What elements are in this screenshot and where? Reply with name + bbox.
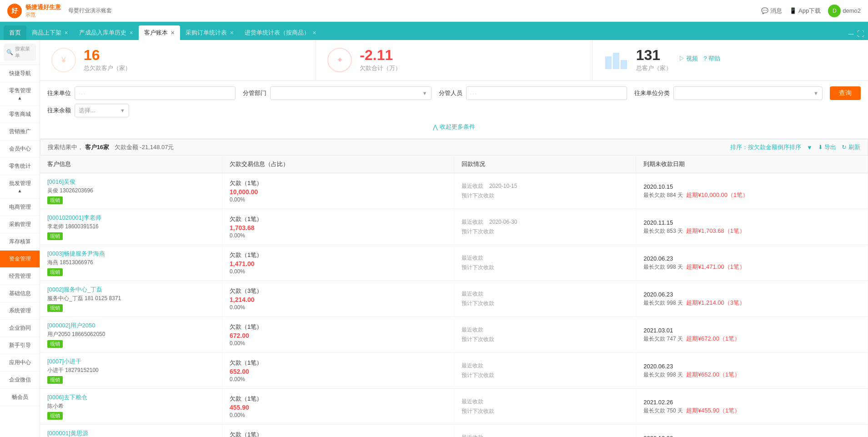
sidebar-item-retail-mgmt[interactable]: 零售管理 ▲ xyxy=(0,82,40,106)
recent-label-7: 最近收款 xyxy=(462,434,629,437)
overdue-link-5[interactable]: 超期¥652.00（1笔） xyxy=(686,371,740,378)
cell-repayment-6: 最近收款 预计下次收款 xyxy=(454,389,636,425)
sidebar-item-ops-mgmt[interactable]: 经营管理 xyxy=(0,268,40,285)
person-input[interactable]: ··· xyxy=(466,86,627,100)
overdue-days-2: 最长欠款 998 天 xyxy=(643,264,684,270)
tab-expand-btn[interactable]: ⛶ xyxy=(857,30,864,38)
overdue-days-6: 最长欠款 750 天 xyxy=(643,407,684,414)
overdue-link-4[interactable]: 超期¥672.00（1笔） xyxy=(686,335,740,342)
sidebar-item-quick-nav[interactable]: 快捷导航 xyxy=(0,65,40,82)
sidebar-item-member-center[interactable]: 会员中心 xyxy=(0,141,40,158)
sidebar-item-enterprise-wechat[interactable]: 企业微信 xyxy=(0,372,40,389)
sidebar-item-new-guide[interactable]: 新手引导 xyxy=(0,337,40,354)
stat-info-customers: 16 总欠款客户（家） xyxy=(84,48,131,72)
customer-name-link-4[interactable]: [000002]用户2050 xyxy=(47,321,215,330)
customer-name-link-1[interactable]: [0001020001]李老师 xyxy=(47,214,215,222)
customer-name-link-5[interactable]: [0007]小进干 xyxy=(47,357,215,366)
debt-percent-4: 0.00% xyxy=(230,340,447,347)
sidebar-item-retail-mall[interactable]: 零售商城 xyxy=(0,106,40,123)
user-area[interactable]: D demo2 xyxy=(828,5,861,17)
debt-amount-5[interactable]: 652.00 xyxy=(230,368,447,375)
sidebar-item-basic-info[interactable]: 基础信息 xyxy=(0,285,40,302)
export-btn[interactable]: ⬇ 导出 xyxy=(818,143,837,151)
overdue-link-0[interactable]: 超期¥10,000.00（1笔） xyxy=(686,191,748,198)
message-btn[interactable]: 💬 消息 xyxy=(761,7,782,15)
filter-dept: 分管部门 ▼ xyxy=(243,86,431,100)
from-unit-label: 往来单位 xyxy=(47,89,71,97)
tab-close-customer[interactable]: ✕ xyxy=(171,30,175,36)
cell-repayment-3: 最近收款 预计下次收款 xyxy=(454,281,636,317)
stat-icon-debt: ✦ xyxy=(327,47,352,73)
unit-category-select[interactable]: ▼ xyxy=(673,86,823,100)
tab-close-history[interactable]: ✕ xyxy=(129,30,133,36)
debt-count-1: 欠款（1笔） xyxy=(230,215,447,223)
tab-close-incoming[interactable]: ✕ xyxy=(312,30,316,36)
sidebar-search[interactable]: 🔍 搜索菜单 xyxy=(0,40,40,65)
stat-num-debt: -2.11 xyxy=(360,48,401,62)
tab-close-products[interactable]: ✕ xyxy=(64,30,68,36)
sidebar-item-app-center[interactable]: 应用中心 xyxy=(0,354,40,372)
sidebar-item-system-mgmt[interactable]: 系统管理 xyxy=(0,302,40,320)
customer-name-link-0[interactable]: [0016]吴俊 xyxy=(47,178,215,186)
from-unit-input[interactable]: ··· xyxy=(75,86,236,100)
sidebar-item-ecommerce[interactable]: 电商管理 xyxy=(0,199,40,216)
tab-home[interactable]: 首页 xyxy=(4,25,26,40)
sidebar-item-purchase-mgmt[interactable]: 采购管理 xyxy=(0,216,40,233)
customer-name-link-7[interactable]: [000001]黄思源 xyxy=(47,429,215,437)
customer-name-link-6[interactable]: [0006]去下粮仓 xyxy=(47,393,215,402)
next-label-6: 预计下次收款 xyxy=(462,407,629,415)
debt-amount-4[interactable]: 672.00 xyxy=(230,332,447,339)
cell-debt-4: 欠款（1笔） 672.00 0.00% xyxy=(222,317,454,353)
debt-amount-6[interactable]: 455.90 xyxy=(230,404,447,411)
debt-amount-1[interactable]: 1,703.68 xyxy=(230,224,447,231)
tab-incoming-stats[interactable]: 进货单统计表（按商品） ✕ xyxy=(239,25,322,40)
dept-select[interactable]: ▼ xyxy=(270,86,431,100)
cell-due-7: 2020.12.30 最长欠款 808 天 超期¥429.00（1笔） xyxy=(636,425,868,437)
refresh-btn[interactable]: ↻ 刷新 xyxy=(842,143,860,151)
customer-name-link-3[interactable]: [0002]服务中心_丁磊 xyxy=(47,286,215,294)
debt-amount-3[interactable]: 1,214.00 xyxy=(230,296,447,303)
dept-label: 分管部门 xyxy=(243,89,266,97)
customer-name-link-2[interactable]: [0003]畅捷服务尹海燕 xyxy=(47,250,215,258)
data-table: 客户信息 欠款交易信息（占比） 回款情况 到期未收款日期 [0016]吴俊 吴俊… xyxy=(40,156,868,437)
video-btn[interactable]: ▷ 视频 xyxy=(679,55,698,63)
overdue-link-1[interactable]: 超期¥1,703.68（1笔） xyxy=(686,227,745,234)
sidebar-item-marketing[interactable]: 营销推广 xyxy=(0,123,40,141)
search-button[interactable]: 查询 xyxy=(830,86,861,100)
main-layout: 🔍 搜索菜单 快捷导航 零售管理 ▲ 零售商城 营销推广 会员中心 零售统计 批… xyxy=(0,40,868,437)
tab-purchase-order[interactable]: 采购订单统计表 ✕ xyxy=(180,25,239,40)
debt-amount-0[interactable]: 10,000.00 xyxy=(230,188,447,196)
sidebar-item-inventory[interactable]: 库存核算 xyxy=(0,233,40,251)
balance-select[interactable]: 选择... ▼ xyxy=(75,104,129,117)
overdue-link-6[interactable]: 超期¥455.90（1笔） xyxy=(686,407,740,414)
stat-icon-customers: ¥ xyxy=(51,47,76,73)
sidebar-item-batch-mgmt[interactable]: 批发管理 ▲ xyxy=(0,175,40,199)
due-date-7: 2020.12.30 xyxy=(643,435,860,437)
debt-count-2: 欠款（1笔） xyxy=(230,251,447,259)
customer-tag-5: 现销 xyxy=(47,376,63,384)
help-btn[interactable]: ? 帮助 xyxy=(703,55,720,63)
chevron-icon-batch: ▲ xyxy=(18,188,22,193)
tab-close-purchase[interactable]: ✕ xyxy=(230,30,234,36)
tab-products-offline[interactable]: 商品上下架 ✕ xyxy=(26,25,74,40)
overdue-link-3[interactable]: 超期¥1,214.00（3笔） xyxy=(686,299,745,306)
sidebar-item-fund-mgmt[interactable]: 资金管理 xyxy=(0,251,40,268)
stat-icon-total xyxy=(603,47,629,73)
app-download-btn[interactable]: 📱 App下载 xyxy=(789,7,821,15)
tab-minimize-btn[interactable]: ─ xyxy=(848,30,853,38)
sidebar-item-retail-stats[interactable]: 零售统计 xyxy=(0,158,40,175)
overdue-link-2[interactable]: 超期¥1,471.00（1笔） xyxy=(686,263,745,270)
stat-card-customers: ¥ 16 总欠款客户（家） xyxy=(40,40,316,80)
sidebar-item-enterprise-coop[interactable]: 企业协同 xyxy=(0,320,40,337)
customer-tag-3: 现销 xyxy=(47,304,63,312)
search-menu-box[interactable]: 🔍 搜索菜单 xyxy=(4,44,36,61)
stat-info-debt: -2.11 欠款合计（万） xyxy=(360,48,401,72)
due-date-2: 2020.06.23 xyxy=(643,255,860,262)
sidebar-item-vip-member[interactable]: 畅会员 xyxy=(0,389,40,406)
stat-label-customers: 总欠款客户（家） xyxy=(84,64,131,72)
collapse-row[interactable]: ⋀ 收起更多条件 xyxy=(47,121,861,133)
debt-amount-2[interactable]: 1,471.00 xyxy=(230,260,447,267)
cell-repayment-7: 最近收款 预计下次收款 xyxy=(454,425,636,437)
tab-customer-account[interactable]: 客户账本 ✕ xyxy=(139,25,180,40)
tab-product-history[interactable]: 产成品入库单历史 ✕ xyxy=(74,25,139,40)
